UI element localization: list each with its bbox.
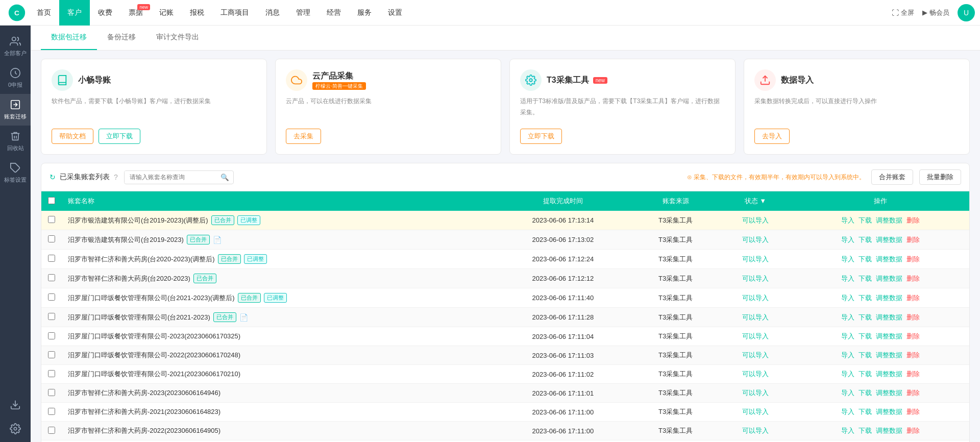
adjust-data-action[interactable]: 调整数据: [876, 216, 902, 224]
nav-item-service[interactable]: 服务: [349, 0, 380, 26]
sidebar-item-zero-report[interactable]: 0申报: [0, 62, 31, 94]
download-action[interactable]: 下载: [859, 275, 872, 282]
download-action[interactable]: 下载: [859, 351, 872, 359]
adjust-data-action[interactable]: 调整数据: [876, 389, 902, 397]
download-action[interactable]: 下载: [859, 294, 872, 302]
row-checkbox[interactable]: [48, 332, 55, 339]
row-checkbox[interactable]: [48, 389, 55, 396]
import-action[interactable]: 导入: [841, 408, 854, 415]
logo[interactable]: C: [5, 4, 29, 21]
row-checkbox[interactable]: [48, 313, 55, 320]
delete-action[interactable]: 删除: [906, 313, 920, 321]
adjust-data-action[interactable]: 调整数据: [876, 370, 902, 378]
delete-action[interactable]: 删除: [906, 427, 920, 434]
import-action[interactable]: 导入: [841, 255, 854, 263]
import-action[interactable]: 导入: [841, 275, 854, 282]
import-action[interactable]: 导入: [841, 370, 854, 378]
batch-delete-button[interactable]: 批量删除: [919, 169, 961, 185]
sidebar-item-tag-settings[interactable]: 标签设置: [0, 157, 31, 189]
file-icon[interactable]: 📄: [239, 313, 248, 322]
download-action[interactable]: 下载: [859, 427, 872, 434]
row-checkbox[interactable]: [48, 274, 55, 281]
delete-action[interactable]: 删除: [906, 408, 920, 415]
download-action[interactable]: 下载: [859, 236, 872, 243]
nav-item-home[interactable]: 首页: [29, 0, 59, 26]
tab-data-migration[interactable]: 数据包迁移: [41, 26, 97, 50]
nav-item-message[interactable]: 消息: [257, 0, 288, 26]
nav-item-fee[interactable]: 收费: [90, 0, 120, 26]
sidebar-item-migrate[interactable]: 账套迁移: [0, 94, 31, 126]
row-checkbox[interactable]: [48, 216, 55, 223]
nav-item-manage[interactable]: 管理: [288, 0, 318, 26]
sidebar-item-user-settings[interactable]: [0, 418, 31, 442]
download-action[interactable]: 下载: [859, 313, 872, 321]
avatar[interactable]: U: [958, 4, 975, 21]
import-action[interactable]: 导入: [841, 427, 854, 434]
download-action[interactable]: 下载: [859, 408, 872, 415]
member-button[interactable]: ▶ 畅会员: [922, 8, 949, 17]
sidebar-item-all-clients[interactable]: 全部客户: [0, 31, 31, 62]
fullscreen-button[interactable]: ⛶ 全屏: [892, 8, 914, 17]
delete-action[interactable]: 删除: [906, 370, 920, 378]
row-checkbox[interactable]: [48, 370, 55, 377]
row-checkbox[interactable]: [48, 255, 55, 262]
sidebar-item-trash[interactable]: 回收站: [0, 126, 31, 157]
import-action[interactable]: 导入: [841, 332, 854, 340]
import-action[interactable]: 导入: [841, 294, 854, 302]
row-checkbox[interactable]: [48, 427, 55, 434]
t3-download-button[interactable]: 立即下载: [520, 129, 562, 144]
adjust-data-action[interactable]: 调整数据: [876, 408, 902, 415]
nav-item-invoice[interactable]: 票据 new: [120, 0, 151, 26]
adjust-data-action[interactable]: 调整数据: [876, 275, 902, 282]
go-collect-button[interactable]: 去采集: [286, 129, 321, 144]
delete-action[interactable]: 删除: [906, 275, 920, 282]
file-icon[interactable]: 📄: [213, 236, 222, 244]
nav-item-business[interactable]: 工商项目: [212, 0, 257, 26]
import-action[interactable]: 导入: [841, 313, 854, 321]
nav-item-bookkeeping[interactable]: 记账: [151, 0, 182, 26]
adjust-data-action[interactable]: 调整数据: [876, 351, 902, 359]
download-now-button[interactable]: 立即下载: [99, 129, 140, 144]
nav-item-tax[interactable]: 报税: [182, 0, 212, 26]
row-checkbox[interactable]: [48, 351, 55, 358]
import-action[interactable]: 导入: [841, 236, 854, 243]
nav-item-client[interactable]: 客户: [59, 0, 90, 26]
nav-item-settings[interactable]: 设置: [380, 0, 410, 26]
delete-action[interactable]: 删除: [906, 389, 920, 397]
delete-action[interactable]: 删除: [906, 332, 920, 340]
delete-action[interactable]: 删除: [906, 294, 920, 302]
row-checkbox[interactable]: [48, 408, 55, 415]
select-all-checkbox[interactable]: [48, 197, 55, 204]
merge-accounts-button[interactable]: 合并账套: [871, 169, 913, 185]
tab-backup-migration[interactable]: 备份迁移: [97, 26, 146, 50]
nav-item-operation[interactable]: 经营: [318, 0, 349, 26]
import-action[interactable]: 导入: [841, 216, 854, 224]
adjust-data-action[interactable]: 调整数据: [876, 427, 902, 434]
search-button[interactable]: 🔍: [216, 171, 233, 184]
download-action[interactable]: 下载: [859, 216, 872, 224]
search-input[interactable]: [125, 171, 216, 183]
adjust-data-action[interactable]: 调整数据: [876, 236, 902, 243]
delete-action[interactable]: 删除: [906, 351, 920, 359]
import-action[interactable]: 导入: [841, 351, 854, 359]
tab-audit-export[interactable]: 审计文件导出: [146, 26, 209, 50]
download-action[interactable]: 下载: [859, 389, 872, 397]
help-circle-icon[interactable]: ?: [114, 173, 118, 181]
adjust-data-action[interactable]: 调整数据: [876, 313, 902, 321]
delete-action[interactable]: 删除: [906, 216, 920, 224]
row-checkbox[interactable]: [48, 293, 55, 301]
delete-action[interactable]: 删除: [906, 236, 920, 243]
adjust-data-action[interactable]: 调整数据: [876, 255, 902, 263]
download-action[interactable]: 下载: [859, 255, 872, 263]
refresh-icon[interactable]: ↻: [50, 173, 56, 181]
sidebar-item-download[interactable]: [0, 394, 31, 418]
download-action[interactable]: 下载: [859, 370, 872, 378]
help-doc-button[interactable]: 帮助文档: [52, 129, 93, 144]
download-action[interactable]: 下载: [859, 332, 872, 340]
adjust-data-action[interactable]: 调整数据: [876, 332, 902, 340]
adjust-data-action[interactable]: 调整数据: [876, 294, 902, 302]
go-import-button[interactable]: 去导入: [754, 129, 790, 144]
row-checkbox[interactable]: [48, 235, 55, 242]
import-action[interactable]: 导入: [841, 389, 854, 397]
delete-action[interactable]: 删除: [906, 255, 920, 263]
